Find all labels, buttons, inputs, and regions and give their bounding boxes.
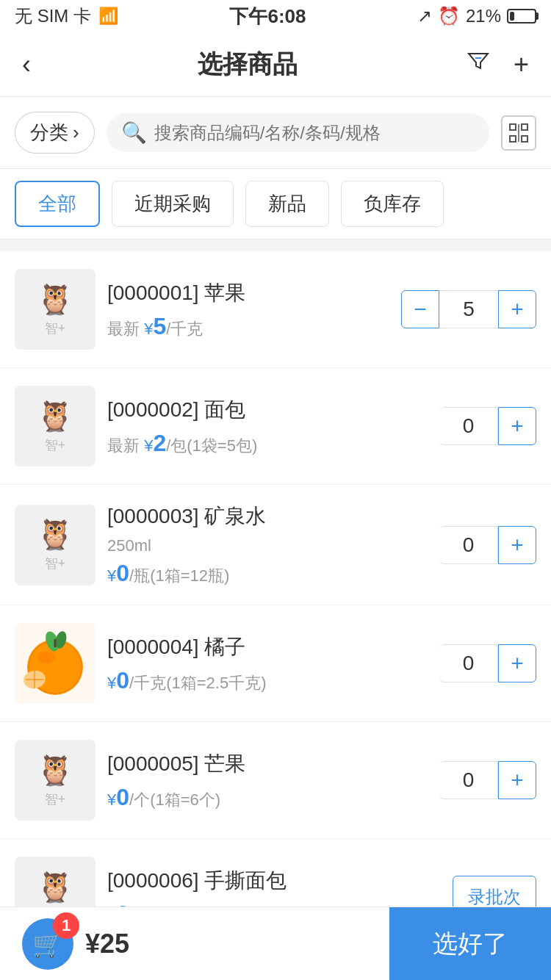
svg-rect-3: [510, 136, 516, 142]
placeholder-icon: 🦉: [37, 517, 73, 552]
search-icon: 🔍: [121, 120, 147, 145]
status-left: 无 SIM 卡 📶: [15, 4, 118, 28]
cart-badge: 1: [53, 912, 79, 939]
quantity-increase-button[interactable]: +: [498, 526, 536, 564]
placeholder-icon: 🦉: [37, 282, 73, 317]
nav-bar: ‹ 选择商品 +: [0, 32, 551, 97]
back-button[interactable]: ‹: [22, 49, 31, 80]
product-info: [0000005] 芒果 ¥0/个(1箱=6个): [107, 750, 428, 811]
nav-actions: +: [465, 48, 529, 81]
product-thumbnail: 🦉 智+: [15, 269, 96, 350]
quantity-increase-button[interactable]: +: [498, 761, 536, 799]
product-info: [0000003] 矿泉水 250ml ¥0/瓶(1箱=12瓶): [107, 502, 428, 587]
product-list: 🦉 智+ [0000001] 苹果 最新 ¥5/千克 − + 🦉 智+ [000…: [0, 251, 551, 980]
filter-tabs: 全部 近期采购 新品 负库存: [0, 169, 551, 239]
placeholder-icon: 🦉: [37, 753, 73, 788]
battery-percent: 21%: [466, 6, 501, 26]
product-name: [0000006] 手撕面包: [107, 867, 441, 895]
product-info: [0000004] 橘子 ¥0/千克(1箱=2.5千克): [107, 633, 428, 694]
quantity-input[interactable]: [439, 644, 498, 682]
product-controls: +: [439, 407, 536, 445]
product-controls: +: [439, 761, 536, 799]
filter-icon[interactable]: [465, 48, 491, 81]
product-thumbnail: [15, 623, 96, 704]
product-thumbnail: 🦉 智+: [15, 386, 96, 466]
product-info: [0000002] 面包 最新 ¥2/包(1袋=5包): [107, 396, 428, 457]
divider: [0, 239, 551, 251]
cart-total: ¥25: [85, 929, 129, 959]
tab-negative[interactable]: 负库存: [341, 181, 444, 227]
product-price: ¥0/瓶(1箱=12瓶): [107, 560, 428, 587]
list-item: 🦉 智+ [0000002] 面包 最新 ¥2/包(1袋=5包) +: [0, 368, 551, 485]
search-input-wrap: 🔍: [107, 113, 489, 152]
carrier-label: 无 SIM 卡: [15, 4, 91, 28]
confirm-button[interactable]: 选好了: [389, 907, 551, 981]
add-icon[interactable]: +: [514, 49, 529, 80]
product-controls: +: [439, 644, 536, 682]
page-title: 选择商品: [198, 48, 298, 82]
location-icon: ↗: [417, 6, 432, 26]
chevron-right-icon: ›: [73, 121, 79, 144]
status-bar: 无 SIM 卡 📶 下午6:08 ↗ ⏰ 21%: [0, 0, 551, 32]
bottom-bar: 🛒 1 ¥25 选好了: [0, 907, 551, 980]
product-price: 最新 ¥2/包(1袋=5包): [107, 430, 428, 457]
scan-icon[interactable]: [501, 115, 536, 151]
svg-rect-1: [510, 124, 516, 130]
quantity-increase-button[interactable]: +: [498, 290, 536, 328]
battery-icon: [507, 9, 536, 24]
status-right: ↗ ⏰ 21%: [417, 6, 536, 26]
product-price: ¥0/个(1箱=6个): [107, 784, 428, 811]
category-button[interactable]: 分类 ›: [15, 112, 95, 154]
svg-point-7: [37, 652, 55, 663]
product-thumbnail: 🦉 智+: [15, 740, 96, 821]
quantity-input[interactable]: [439, 290, 498, 328]
product-controls: − +: [401, 290, 536, 328]
product-name: [0000004] 橘子: [107, 633, 428, 661]
list-item: 🦉 智+ [0000003] 矿泉水 250ml ¥0/瓶(1箱=12瓶) +: [0, 485, 551, 605]
product-name: [0000002] 面包: [107, 396, 428, 424]
product-name: [0000003] 矿泉水: [107, 502, 428, 530]
tab-all[interactable]: 全部: [15, 181, 100, 227]
product-thumbnail: 🦉 智+: [15, 505, 96, 586]
svg-rect-4: [522, 136, 527, 142]
quantity-increase-button[interactable]: +: [498, 407, 536, 445]
alarm-icon: ⏰: [438, 6, 460, 26]
placeholder-icon: 🦉: [37, 870, 73, 904]
product-price: ¥0/千克(1箱=2.5千克): [107, 667, 428, 694]
svg-rect-2: [522, 124, 527, 130]
cart-icon-wrap[interactable]: 🛒 1: [22, 918, 73, 970]
product-name: [0000005] 芒果: [107, 750, 428, 778]
product-price: 最新 ¥5/千克: [107, 313, 389, 340]
product-name: [0000001] 苹果: [107, 279, 389, 307]
quantity-input[interactable]: [439, 761, 498, 799]
list-item: 🦉 智+ [0000001] 苹果 最新 ¥5/千克 − +: [0, 251, 551, 368]
list-item: [0000004] 橘子 ¥0/千克(1箱=2.5千克) +: [0, 605, 551, 722]
category-label: 分类: [30, 120, 68, 145]
quantity-increase-button[interactable]: +: [498, 644, 536, 682]
cart-section: 🛒 1 ¥25: [0, 918, 389, 970]
quantity-input[interactable]: [439, 526, 498, 564]
search-bar: 分类 › 🔍: [0, 97, 551, 169]
tab-new[interactable]: 新品: [245, 181, 329, 227]
search-input[interactable]: [154, 123, 475, 143]
product-info: [0000001] 苹果 最新 ¥5/千克: [107, 279, 389, 340]
quantity-input[interactable]: [439, 407, 498, 445]
product-spec: 250ml: [107, 536, 428, 555]
product-controls: +: [439, 526, 536, 564]
placeholder-icon: 🦉: [37, 399, 73, 433]
list-item: 🦉 智+ [0000005] 芒果 ¥0/个(1箱=6个) +: [0, 722, 551, 839]
quantity-decrease-button[interactable]: −: [401, 290, 439, 328]
status-time: 下午6:08: [229, 4, 306, 29]
wifi-icon: 📶: [98, 7, 118, 26]
tab-recent[interactable]: 近期采购: [112, 181, 234, 227]
